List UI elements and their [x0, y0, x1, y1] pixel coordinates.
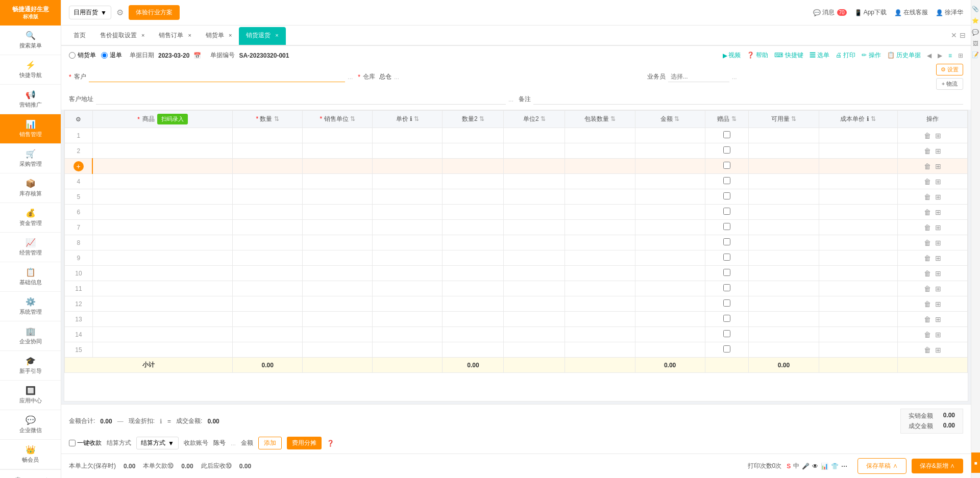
- copy-row-10-icon[interactable]: ⊞: [935, 269, 941, 278]
- available-cell-8[interactable]: [749, 235, 819, 250]
- sale-unit-cell-12[interactable]: [303, 296, 373, 312]
- pack-qty-cell-1[interactable]: [565, 128, 635, 143]
- gift-checkbox-9[interactable]: [723, 254, 730, 261]
- industry-select[interactable]: 日用百货 ▼: [69, 6, 111, 19]
- address-input[interactable]: [96, 94, 506, 104]
- sidebar-item-sales[interactable]: 📊 销售管理: [0, 114, 61, 144]
- unit2-cell-15[interactable]: [504, 342, 565, 358]
- radio-return[interactable]: 退单: [101, 51, 122, 60]
- sidebar-item-finance[interactable]: 💰 资金管理: [0, 203, 61, 233]
- gift-checkbox-5[interactable]: [723, 192, 730, 199]
- amount-cell-7[interactable]: [635, 220, 705, 235]
- sale-unit-cell-13[interactable]: [303, 312, 373, 327]
- app-download-btn[interactable]: 📱 App下载: [854, 8, 887, 17]
- amount-cell-13[interactable]: [635, 312, 705, 327]
- product-cell-14[interactable]: [92, 327, 232, 342]
- available-cell-7[interactable]: [749, 220, 819, 235]
- settings-btn[interactable]: ⚙ 设置: [936, 64, 963, 76]
- product-input-9[interactable]: [95, 255, 230, 262]
- tab-home[interactable]: 首页: [66, 27, 93, 45]
- available-cell-14[interactable]: [749, 327, 819, 342]
- sale-unit-cell-4[interactable]: [303, 174, 373, 189]
- copy-row-8-icon[interactable]: ⊞: [935, 239, 941, 247]
- list-view-icon[interactable]: ≡: [948, 52, 952, 59]
- online-service-btn[interactable]: 👤 在线客服: [894, 8, 928, 17]
- tab-sale-order[interactable]: 销售订单×: [152, 27, 198, 45]
- qty2-cell-5[interactable]: [443, 189, 504, 205]
- sale-unit-cell-8[interactable]: [303, 235, 373, 250]
- copy-row-3-icon[interactable]: ⊞: [935, 162, 941, 170]
- delete-row-4-icon[interactable]: 🗑: [924, 178, 931, 186]
- unit2-cell-11[interactable]: [504, 281, 565, 296]
- qty-cell-6[interactable]: [233, 205, 303, 220]
- product-input-5[interactable]: [95, 193, 230, 200]
- sale-unit-cell-3[interactable]: [303, 159, 373, 174]
- unit2-cell-14[interactable]: [504, 327, 565, 342]
- available-cell-12[interactable]: [749, 296, 819, 312]
- cost-unit-cell-2[interactable]: [819, 143, 897, 159]
- gift-cell-1[interactable]: [705, 128, 749, 143]
- sale-unit-cell-1[interactable]: [303, 128, 373, 143]
- unit-price-cell-5[interactable]: [373, 189, 443, 205]
- copy-row-9-icon[interactable]: ⊞: [935, 254, 941, 262]
- bottom-icon-eye[interactable]: 👁: [812, 463, 818, 470]
- product-cell-4[interactable]: [92, 174, 232, 189]
- pack-qty-cell-4[interactable]: [565, 174, 635, 189]
- available-cell-9[interactable]: [749, 250, 819, 266]
- unit2-cell-13[interactable]: [504, 312, 565, 327]
- calendar-icon[interactable]: 📅: [193, 52, 201, 59]
- amount-cell-8[interactable]: [635, 235, 705, 250]
- qty-cell-14[interactable]: [233, 327, 303, 342]
- pack-qty-cell-11[interactable]: [565, 281, 635, 296]
- unit-price-cell-13[interactable]: [373, 312, 443, 327]
- qty2-cell-9[interactable]: [443, 250, 504, 266]
- qty2-cell-14[interactable]: [443, 327, 504, 342]
- product-cell-15[interactable]: [92, 342, 232, 358]
- available-cell-6[interactable]: [749, 205, 819, 220]
- copy-row-6-icon[interactable]: ⊞: [935, 208, 941, 216]
- product-cell-8[interactable]: [92, 235, 232, 250]
- delete-row-1-icon[interactable]: 🗑: [924, 132, 931, 140]
- qty2-cell-7[interactable]: [443, 220, 504, 235]
- product-cell-11[interactable]: [92, 281, 232, 296]
- qty-cell-8[interactable]: [233, 235, 303, 250]
- pack-qty-cell-3[interactable]: [565, 159, 635, 174]
- qty-cell-11[interactable]: [233, 281, 303, 296]
- product-cell-1[interactable]: [92, 128, 232, 143]
- delete-row-6-icon[interactable]: 🗑: [924, 208, 931, 216]
- product-input-12[interactable]: [95, 300, 230, 308]
- qty-cell-15[interactable]: [233, 342, 303, 358]
- message-btn[interactable]: 💬 消息 70: [813, 8, 847, 17]
- amount-cell-12[interactable]: [635, 296, 705, 312]
- tab-sale-return[interactable]: 销货退货×: [239, 27, 285, 45]
- unit-price-cell-10[interactable]: [373, 266, 443, 281]
- pack-qty-cell-10[interactable]: [565, 266, 635, 281]
- cost-unit-cell-12[interactable]: [819, 296, 897, 312]
- unit-price-cell-2[interactable]: [373, 143, 443, 159]
- calc-method-select[interactable]: 结算方式 ▼: [136, 437, 179, 449]
- sale-unit-cell-7[interactable]: [303, 220, 373, 235]
- delete-row-10-icon[interactable]: 🗑: [924, 269, 931, 278]
- unit2-cell-9[interactable]: [504, 250, 565, 266]
- gift-cell-13[interactable]: [705, 312, 749, 327]
- sidebar-item-enterprise[interactable]: 🏢 企业协同: [0, 321, 61, 351]
- sidebar-item-operations[interactable]: 📈 经营管理: [0, 233, 61, 262]
- logistics-btn[interactable]: + 物流: [936, 78, 963, 90]
- copy-row-13-icon[interactable]: ⊞: [935, 315, 941, 323]
- unit-price-cell-6[interactable]: [373, 205, 443, 220]
- pack-qty-cell-7[interactable]: [565, 220, 635, 235]
- bottom-icon-mic[interactable]: 🎤: [802, 463, 810, 470]
- sale-unit-cell-10[interactable]: [303, 266, 373, 281]
- product-cell-10[interactable]: [92, 266, 232, 281]
- amount-cell-15[interactable]: [635, 342, 705, 358]
- amount-cell-1[interactable]: [635, 128, 705, 143]
- cost-unit-cell-9[interactable]: [819, 250, 897, 266]
- gift-cell-8[interactable]: [705, 235, 749, 250]
- delete-row-5-icon[interactable]: 🗑: [924, 193, 931, 201]
- sale-unit-cell-15[interactable]: [303, 342, 373, 358]
- qty-cell-2[interactable]: [233, 143, 303, 159]
- unit2-cell-4[interactable]: [504, 174, 565, 189]
- gift-cell-5[interactable]: [705, 189, 749, 205]
- product-input-10[interactable]: [95, 270, 230, 277]
- unit-price-cell-3[interactable]: [373, 159, 443, 174]
